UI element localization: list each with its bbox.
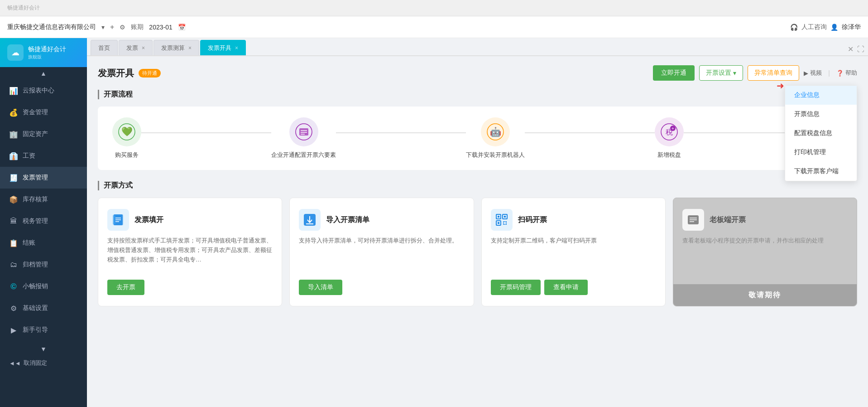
guidang-icon: 🗂 xyxy=(9,260,18,269)
method-scan-desc: 支持定制开票二维码，客户端可扫码开票 xyxy=(491,236,656,272)
sidebar-item-kucun[interactable]: 📦 库存核算 xyxy=(0,189,87,210)
step-download: 🤖 下载并安装开票机器人 xyxy=(466,117,525,159)
tab-fapiaocesuan[interactable]: 发票测算 × xyxy=(153,40,199,55)
method-scan-btn1[interactable]: 开票码管理 xyxy=(491,280,541,295)
zijin-icon: 💰 xyxy=(9,108,18,117)
gongzi-icon: 👔 xyxy=(9,151,18,160)
settings-dropdown: ➜ 企业信息 开票信息 配置税盘信息 打印机管理 xyxy=(785,85,857,181)
method-boss-icon xyxy=(682,209,704,231)
method-scan-icon xyxy=(491,209,513,231)
tab-fapiao-label: 发票 xyxy=(126,44,138,52)
svg-text:+: + xyxy=(671,126,674,131)
tab-fapiaocesuan-close[interactable]: × xyxy=(188,45,192,51)
sidebar-item-label: 结账 xyxy=(23,239,35,247)
settings-icon[interactable]: ⚙ xyxy=(120,24,125,31)
support-label[interactable]: 人工咨询 xyxy=(801,23,827,31)
sidebar-scroll-up[interactable]: ▲ xyxy=(0,67,87,80)
sidebar-logo: ☁ 畅捷通好会计 旗舰版 xyxy=(0,38,87,67)
maximize-icon[interactable]: ⛶ xyxy=(857,45,864,53)
svg-text:💚: 💚 xyxy=(121,126,133,137)
svg-rect-30 xyxy=(498,222,499,224)
sidebar-item-shuiwu[interactable]: 🏛 税务管理 xyxy=(0,210,87,232)
method-import-header: 导入开票清单 xyxy=(299,209,464,231)
tab-fapiaokaifu-close[interactable]: × xyxy=(235,45,238,51)
fapiao-icon: 🧾 xyxy=(9,173,18,182)
sidebar-item-fapiao[interactable]: 🧾 发票管理 xyxy=(0,167,87,189)
sidebar-scroll-down[interactable]: ▼ xyxy=(0,343,87,355)
dropdown-item-tax-disk[interactable]: 配置税盘信息 xyxy=(785,124,857,143)
sidebar-item-label: 新手引导 xyxy=(23,326,48,334)
step-add-tax: 税 + 新增税盘 xyxy=(655,117,684,159)
company-name[interactable]: 重庆畅捷交通信息咨询有限公司 xyxy=(7,23,96,31)
sidebar-item-yunbao[interactable]: 📊 云报表中心 xyxy=(0,80,87,102)
sidebar-item-xinshou[interactable]: ▶ 新手引导 xyxy=(0,319,87,341)
svg-rect-38 xyxy=(506,224,507,225)
step-configure: 企业开通配置开票六要素 xyxy=(271,117,336,159)
sidebar-item-zijin[interactable]: 💰 资金管理 xyxy=(0,102,87,123)
sidebar-item-guidang[interactable]: 🗂 归档管理 xyxy=(0,254,87,276)
process-steps: 💚 购买服务 xyxy=(98,107,857,170)
tab-home[interactable]: 首页 xyxy=(91,40,118,55)
tab-fapiao[interactable]: 发票 × xyxy=(119,40,153,55)
tab-fapiao-close[interactable]: × xyxy=(142,45,145,51)
sidebar-item-label: 库存核算 xyxy=(23,195,48,204)
dropdown-item-invoice-info[interactable]: 开票信息 xyxy=(785,105,857,124)
help-link[interactable]: ❓ 帮助 xyxy=(836,69,857,77)
method-import-btn[interactable]: 导入清单 xyxy=(299,280,342,295)
sidebar-item-jichushezhi[interactable]: ⚙ 基础设置 xyxy=(0,297,87,319)
period-label: 账期 xyxy=(131,23,144,31)
content-area: 首页 发票 × 发票测算 × 发票开具 × ✕ ⛶ xyxy=(87,38,868,407)
step-add-tax-label: 新增税盘 xyxy=(657,151,681,159)
tab-bar: 首页 发票 × 发票测算 × 发票开具 × ✕ ⛶ xyxy=(87,38,868,56)
method-fill-btn[interactable]: 去开票 xyxy=(107,280,144,295)
sidebar-item-label: 税务管理 xyxy=(23,217,48,225)
tab-fapiaokaifu[interactable]: 发票开具 × xyxy=(200,40,246,55)
sidebar-item-jiezhang[interactable]: 📋 结账 xyxy=(0,232,87,254)
dropdown-icon[interactable]: ▾ xyxy=(101,24,105,31)
method-scan-btn2[interactable]: 查看申请 xyxy=(544,280,588,295)
question-icon: ❓ xyxy=(836,70,844,77)
svg-rect-31 xyxy=(503,221,504,222)
sidebar-cancel-pin[interactable]: ◄◄ 取消固定 xyxy=(0,355,87,371)
method-card-boss: 老板端开票 查看老板端小程序提交的开票申请，并作出相应的处理 敬请期待 xyxy=(673,198,857,306)
sidebar-item-xiaochange[interactable]: © 小畅报销 xyxy=(0,276,87,297)
close-window-icon[interactable]: ✕ xyxy=(848,45,854,53)
method-scan-header: 扫码开票 xyxy=(491,209,656,231)
tab-fapiaocesuan-label: 发票测算 xyxy=(161,44,185,52)
yunbao-icon: 📊 xyxy=(9,86,18,95)
method-boss-overlay: 敬请期待 xyxy=(673,284,857,306)
user-name[interactable]: 徐泽华 xyxy=(842,23,861,31)
sidebar-item-guding[interactable]: 🏢 固定资产 xyxy=(0,123,87,145)
pin-left-icon: ◄◄ xyxy=(9,360,21,367)
calendar-icon[interactable]: 📅 xyxy=(178,24,186,31)
method-card-import: 导入开票清单 支持导入待开票清单，可对待开票清单进行拆分、合并处理。 导入清单 xyxy=(289,198,474,306)
svg-rect-36 xyxy=(503,224,504,225)
step-buy-service: 💚 购买服务 xyxy=(112,117,141,159)
svg-rect-29 xyxy=(504,216,506,218)
svg-rect-32 xyxy=(504,221,505,222)
step-add-tax-icon: 税 + xyxy=(655,117,684,146)
method-scan-name: 扫码开票 xyxy=(518,215,547,225)
step-connector-1 xyxy=(141,132,271,133)
support-icon: 🎧 xyxy=(790,24,798,31)
dropdown-item-printer[interactable]: 打印机管理 xyxy=(785,143,857,162)
settings-button[interactable]: 开票设置 ▾ xyxy=(699,65,743,81)
jichushezhi-icon: ⚙ xyxy=(9,304,18,313)
logo-sub: 旗舰版 xyxy=(28,54,66,60)
dropdown-item-download-client[interactable]: 下载开票客户端 xyxy=(785,162,857,181)
methods-section: 开票方式 xyxy=(98,181,857,306)
abnormal-button[interactable]: 异常清单查询 xyxy=(748,65,799,81)
method-card-scan: 扫码开票 支持定制开票二维码，客户端可扫码开票 开票码管理 查看申请 xyxy=(481,198,666,306)
sidebar-item-gongzi[interactable]: 👔 工资 xyxy=(0,145,87,167)
activate-button[interactable]: 立即开通 xyxy=(653,65,695,81)
dropdown-arrow: ➜ xyxy=(777,81,784,90)
page-header: 发票开具 待开通 立即开通 开票设置 ▾ 异常清单查询 ▶ 视频 | xyxy=(98,65,857,81)
video-link[interactable]: ▶ 视频 xyxy=(804,69,822,77)
dropdown-item-company-info[interactable]: 企业信息 xyxy=(785,86,857,105)
sidebar-item-label: 发票管理 xyxy=(23,174,48,182)
method-fill-desc: 支持按照发票样式手工填开发票；可开具增值税电子普通发票、增值税普通发票、增值税专… xyxy=(107,236,273,272)
settings-chevron-icon: ▾ xyxy=(733,69,736,77)
method-fill-header: 发票填开 xyxy=(107,209,273,231)
guding-icon: 🏢 xyxy=(9,130,18,139)
add-icon[interactable]: + xyxy=(110,23,114,31)
